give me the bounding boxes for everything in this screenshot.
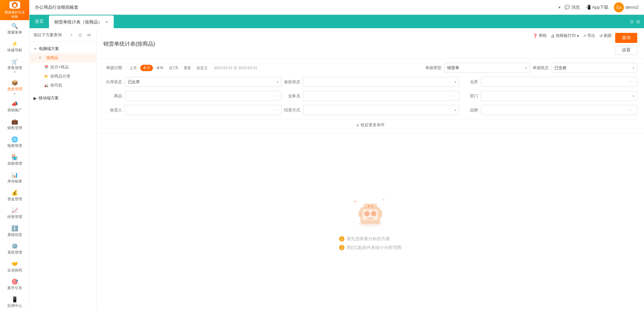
messages-btn[interactable]: 💬 消息: [565, 4, 580, 10]
filter-item-dept: 部门 ▾: [459, 91, 637, 101]
print-dropdown-icon: ▾: [577, 34, 579, 38]
salesman-control[interactable]: ···: [303, 91, 460, 101]
maximize-icon[interactable]: ⊞: [636, 19, 640, 24]
sales-icon: 💼: [11, 118, 18, 125]
sidebar-item-enterprise[interactable]: 🤝 企业协同: [0, 258, 29, 276]
receipt-status-label: 收款状态: [281, 79, 300, 85]
svg-rect-4: [371, 211, 376, 216]
user-profile[interactable]: Ea demo2: [614, 2, 639, 12]
sidebar-item-retail[interactable]: 🛒 零售管理 ▼: [0, 56, 29, 77]
sidebar-item-guide[interactable]: 🎯 新手引导: [0, 276, 29, 294]
filter-item-out-status: 出库状态 已出库 ▾: [103, 77, 281, 87]
sidebar-item-operation[interactable]: 📈 经营管理: [0, 205, 29, 222]
tree-item-by-category[interactable]: 📂 按商品分类: [30, 72, 96, 81]
filter-item-brand: 品牌 ···: [459, 105, 637, 115]
tab-close-icon[interactable]: ✕: [105, 20, 108, 24]
salesman-dots: ···: [451, 93, 456, 99]
filter-item-date: 单据日期 上月 本月 本年 近7天 更多 自定义 2023-03-01 至 20…: [103, 65, 423, 71]
receipt-status-dropdown-icon: ▾: [454, 80, 456, 84]
svg-rect-8: [364, 204, 377, 208]
type-control[interactable]: 销货单 ▾: [444, 63, 530, 73]
tree-section-mobile-header[interactable]: ▶ 移动端方案: [30, 94, 96, 102]
filter-item-receipt-status: 收款状态 ▾: [281, 77, 460, 87]
tip-num-2: 2: [339, 245, 344, 250]
tree-item-by-goods[interactable]: ● 按商品: [30, 53, 96, 63]
app-center-icon: 📱: [11, 296, 18, 303]
message-icon: 💬: [565, 5, 570, 10]
left-panel: 按以下方案查询 ＋ ⊙ ≪ ▼ 电脑端方案 ● 按商品 📅: [30, 28, 97, 310]
brand-control[interactable]: ···: [481, 105, 637, 115]
out-status-control[interactable]: 已出库 ▾: [125, 77, 281, 87]
date-tab-this-month[interactable]: 本月: [140, 65, 153, 71]
settle-label: 结算方式: [281, 107, 300, 113]
sidebar-item-search-menu[interactable]: 🔍 搜索菜单: [0, 20, 29, 38]
date-tab-last-month[interactable]: 上月: [127, 65, 139, 71]
sidebar-item-marketing[interactable]: 📣 营销推广: [0, 98, 29, 116]
settings-button[interactable]: 设置: [615, 45, 637, 55]
receiver-control[interactable]: ···: [125, 105, 281, 115]
date-tab-this-year[interactable]: 本年: [154, 65, 166, 71]
sidebar-item-wholesale[interactable]: 📦 批发管理 ▲: [0, 77, 29, 98]
minimize-icon[interactable]: ⊟: [630, 19, 634, 24]
date-range: 2023-03-01 至 2023-03-31: [214, 65, 257, 70]
goods-control[interactable]: ···: [125, 91, 281, 101]
filter-area: 单据日期 上月 本月 本年 近7天 更多 自定义 2023-03-01 至 20…: [97, 59, 644, 134]
tab-home[interactable]: 首页: [30, 15, 49, 28]
page-title-bar: 销货单统计表(按商品) ❓ 帮助 🖨 按模板打印 ▾ ↗: [97, 28, 644, 59]
tab-sales-stat[interactable]: 销货单统计表（按商品） ✕: [49, 15, 114, 29]
svg-rect-7: [379, 210, 382, 217]
warehouse-control[interactable]: ···: [481, 77, 637, 87]
sidebar: 畅捷通好生意 标账 🔍 搜索菜单 ⚡ 快捷导航 🛒 零售管理 ▼ 📦 批发管理 …: [0, 0, 30, 310]
help-icon: ❓: [533, 34, 538, 38]
dept-dropdown-icon: ▾: [633, 94, 634, 98]
search-menu-icon: 🔍: [11, 23, 18, 29]
sidebar-item-inventory[interactable]: 📊 库存核算: [0, 169, 29, 187]
status-control[interactable]: 已生效 ▾: [551, 63, 637, 73]
add-scheme-btn[interactable]: ＋: [68, 32, 75, 38]
sidebar-item-finance[interactable]: 💰 资金管理: [0, 187, 29, 205]
settings-scheme-btn[interactable]: ⊙: [77, 32, 84, 38]
sidebar-item-sales[interactable]: 💼 销售管理: [0, 116, 29, 134]
filter-item-type: 单据类型 销货单 ▾: [423, 63, 530, 73]
tree-item-by-scanner[interactable]: 🚛 按司机: [30, 81, 96, 90]
sidebar-item-purchase[interactable]: 🏪 采购管理: [0, 151, 29, 169]
collapse-btn[interactable]: ∧ 收起更多条件: [356, 122, 385, 128]
tree-item-by-month-goods[interactable]: 📅 按月+商品: [30, 63, 96, 72]
settle-control[interactable]: ▾: [303, 105, 460, 115]
collapse-panel-btn[interactable]: ≪: [86, 32, 92, 38]
refresh-icon: ↺: [599, 34, 603, 38]
receiver-label: 收货人: [103, 107, 122, 113]
sidebar-item-system[interactable]: ⚙️ 系统管理: [0, 240, 29, 258]
quick-nav-icon: ⚡: [11, 41, 18, 47]
query-button[interactable]: 查询: [615, 33, 637, 43]
collapse-bar: ∧ 收起更多条件: [103, 119, 637, 129]
date-tab-custom[interactable]: 自定义: [195, 65, 210, 71]
receipt-status-control[interactable]: ▾: [303, 77, 460, 87]
date-tab-more[interactable]: 更多: [182, 65, 193, 71]
filter-item-goods: 商品 ···: [103, 91, 281, 101]
sidebar-item-ecommerce[interactable]: 🌐 电商管理: [0, 134, 29, 151]
panel-icons: ＋ ⊙ ≪: [68, 32, 92, 38]
title-actions: ❓ 帮助 🖨 按模板打印 ▾ ↗ 导出 ↺: [533, 33, 612, 39]
suite-dropdown[interactable]: ▾: [558, 5, 560, 10]
brand-dots: ···: [629, 107, 634, 113]
breadcrumb-title: 办公用品行业模拟账套: [35, 4, 78, 10]
ecommerce-icon: 🌐: [11, 136, 18, 143]
tree-section-desktop-header[interactable]: ▼ 电脑端方案: [30, 45, 96, 53]
sidebar-item-quick-nav[interactable]: ⚡ 快捷导航: [0, 38, 29, 56]
type-dropdown-icon: ▾: [525, 66, 527, 70]
refresh-btn[interactable]: ↺ 刷新: [599, 33, 612, 39]
dept-control[interactable]: ▾: [481, 91, 637, 101]
sidebar-item-app-center[interactable]: 📱 应用中心: [0, 294, 29, 310]
filter-item-settle: 结算方式 ▾: [281, 105, 460, 115]
tree-section-desktop: ▼ 电脑端方案 ● 按商品 📅 按月+商品 📂 按商品分类 🚛 按: [30, 42, 96, 93]
template-print-btn[interactable]: 🖨 按模板打印 ▾: [551, 33, 579, 39]
date-tab-7days[interactable]: 近7天: [167, 65, 180, 71]
export-btn[interactable]: ↗ 导出: [583, 33, 595, 39]
date-tabs: 上月 本月 本年 近7天 更多 自定义: [127, 65, 210, 71]
sidebar-item-basic[interactable]: ℹ️ 基础信息: [0, 222, 29, 240]
out-status-label: 出库状态: [103, 79, 122, 85]
help-btn[interactable]: ❓ 帮助: [533, 33, 547, 39]
page-title: 销货单统计表(按商品): [103, 41, 155, 48]
app-download-btn[interactable]: 📲 App下载: [585, 4, 608, 10]
